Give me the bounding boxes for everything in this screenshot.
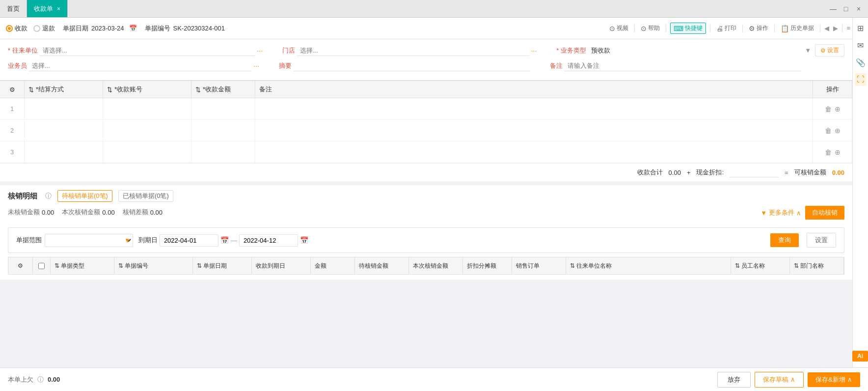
sidebar-expand-icon[interactable]: ⛶ [855, 73, 867, 86]
row2-remark[interactable] [255, 120, 813, 141]
form-area: * 往来单位 ··· 门店 ··· * 业务类型 预收款 ▼ ⚙ 设置 [0, 39, 852, 81]
staff-more-icon[interactable]: ··· [253, 62, 259, 70]
gear-settings-icon: ⚙ [9, 86, 15, 93]
sidebar-mail-icon[interactable]: ✉ [855, 39, 866, 52]
this-upper-info-icon[interactable]: ⓘ [37, 375, 44, 384]
row3-account[interactable] [103, 141, 191, 163]
select-all-checkbox[interactable] [38, 263, 45, 269]
nav-prev-button[interactable]: ◀ [824, 25, 829, 32]
row1-delete-icon[interactable]: 🗑 [825, 105, 832, 113]
bth-doc-type[interactable]: ⇅ 单据类型 [51, 257, 114, 274]
summary-input[interactable] [294, 60, 530, 71]
auto-reconcile-button[interactable]: 自动核销 [805, 206, 844, 220]
summary-row: 收款合计 0.00 + 现金折扣: = 可核销金额 0.00 [0, 163, 852, 181]
remarks-label: 备注 [550, 61, 563, 70]
recon-title: 核销明细 [8, 192, 37, 201]
receipt-radio[interactable]: 收款 [6, 24, 27, 33]
sidebar-clip-icon[interactable]: 📎 [854, 56, 868, 69]
filter-icon: ▼ [760, 209, 767, 217]
doc-date-value[interactable]: 2023-03-24 [91, 25, 124, 32]
save-draft-button[interactable]: 保存草稿 ∧ [755, 372, 804, 388]
save-new-button[interactable]: 保存&新增 ∧ [808, 372, 860, 387]
business-type-dropdown-icon[interactable]: ▼ [805, 47, 811, 54]
due-date-from-calendar-icon[interactable]: 📅 [220, 236, 229, 244]
row3-amount[interactable] [191, 141, 255, 163]
table-row: 1 🗑 ⊕ [0, 98, 852, 120]
tab-close-icon[interactable]: × [57, 5, 60, 12]
calendar-icon[interactable]: 📅 [129, 25, 137, 32]
bth-staff[interactable]: ⇅ 员工名称 [731, 257, 790, 274]
doc-range-select[interactable] [45, 234, 133, 247]
staff-input[interactable] [29, 60, 251, 71]
row1-remark[interactable] [255, 98, 813, 119]
row3-seq: 3 [0, 141, 25, 163]
gear-column-header[interactable]: ⚙ [0, 81, 25, 98]
row2-copy-icon[interactable]: ⊕ [835, 127, 841, 135]
bth-this-amount: 本次核销金额 [409, 257, 463, 274]
counterpart-input[interactable] [40, 45, 255, 56]
minimize-button[interactable]: — [829, 4, 838, 13]
close-window-button[interactable]: × [854, 4, 863, 13]
sort-icon-doc-date: ⇅ [197, 262, 202, 269]
row2-amount[interactable] [191, 120, 255, 141]
store-input[interactable] [297, 45, 529, 56]
filter-settings-button[interactable]: 设置 [807, 233, 836, 248]
bth-checkbox[interactable] [33, 257, 51, 274]
bth-gear-icon: ⚙ [18, 262, 23, 269]
maximize-button[interactable]: □ [841, 4, 850, 13]
history-button[interactable]: 📋 历史单据 [779, 23, 816, 33]
tab-home[interactable]: 首页 [0, 0, 27, 17]
remarks-input[interactable] [565, 60, 801, 71]
recon-info-icon[interactable]: ⓘ [45, 192, 52, 200]
query-button[interactable]: 查询 [770, 233, 799, 247]
row1-amount[interactable] [191, 98, 255, 119]
bth-gear[interactable]: ⚙ [8, 257, 33, 274]
more-conditions-button[interactable]: ▼ 更多条件 ∧ [760, 208, 801, 217]
shortcut-button[interactable]: ⌨ 快捷键 [670, 23, 706, 34]
abandon-button[interactable]: 放弃 [717, 372, 751, 388]
recon-stats: 未核销金额 0.00 本次核销金额 0.00 核销差额 0.00 [8, 208, 163, 217]
layout-list-button[interactable]: ≡ [846, 25, 850, 32]
row3-copy-icon[interactable]: ⊕ [835, 148, 841, 156]
row2-account[interactable] [103, 120, 191, 141]
row2-delete-icon[interactable]: 🗑 [825, 127, 832, 135]
recon-actions: ▼ 更多条件 ∧ 自动核销 [760, 206, 844, 220]
operate-button[interactable]: ⚙ 操作 [747, 23, 770, 33]
print-button[interactable]: 🖨 打印 [714, 23, 738, 33]
pending-tab[interactable]: 待核销单据(0笔) [57, 190, 112, 202]
stat-this-cancel: 本次核销金额 0.00 [62, 208, 114, 217]
row3-remark[interactable] [255, 141, 813, 163]
row3-settle[interactable] [25, 141, 103, 163]
bth-dept[interactable]: ⇅ 部门名称 [790, 257, 844, 274]
nav-next-button[interactable]: ▶ [833, 25, 838, 32]
window-controls: — □ × [824, 4, 868, 13]
video-button[interactable]: ⊙ 视频 [607, 23, 630, 33]
due-date-to-input[interactable] [239, 234, 298, 247]
account-column-header[interactable]: ⇅ *收款账号 [103, 81, 191, 98]
due-date-to-calendar-icon[interactable]: 📅 [300, 236, 308, 244]
tab-receipt[interactable]: 收款单 × [27, 0, 68, 17]
ai-button[interactable]: Ai [852, 351, 868, 362]
row1-settle[interactable] [25, 98, 103, 119]
sidebar-table-icon[interactable]: ⊞ [855, 22, 866, 35]
row2-settle[interactable] [25, 120, 103, 141]
amount-column-header[interactable]: ⇅ *收款金额 [191, 81, 255, 98]
refund-radio[interactable]: 退款 [33, 24, 55, 33]
discount-input[interactable] [730, 168, 779, 177]
row1-account[interactable] [103, 98, 191, 119]
bth-doc-date[interactable]: ⇅ 单据日期 [193, 257, 252, 274]
done-tab[interactable]: 已核销单据(0笔) [118, 190, 173, 202]
bth-pending-amount: 待核销金额 [355, 257, 409, 274]
due-date-from-input[interactable] [160, 234, 218, 247]
settings-button[interactable]: ⚙ 设置 [815, 44, 844, 56]
counterpart-more-icon[interactable]: ··· [257, 47, 263, 55]
row3-delete-icon[interactable]: 🗑 [825, 148, 832, 156]
bth-partner[interactable]: ⇅ 往来单位名称 [566, 257, 731, 274]
store-field: 门店 ··· [282, 45, 537, 56]
settle-column-header[interactable]: ⇅ *结算方式 [25, 81, 103, 98]
row1-copy-icon[interactable]: ⊕ [835, 105, 841, 113]
store-more-icon[interactable]: ··· [531, 47, 537, 55]
bth-doc-no[interactable]: ⇅ 单据编号 [114, 257, 193, 274]
help-button[interactable]: ⊙ 帮助 [639, 23, 662, 33]
doc-range-dropdown-icon[interactable]: ▼ [124, 237, 131, 244]
